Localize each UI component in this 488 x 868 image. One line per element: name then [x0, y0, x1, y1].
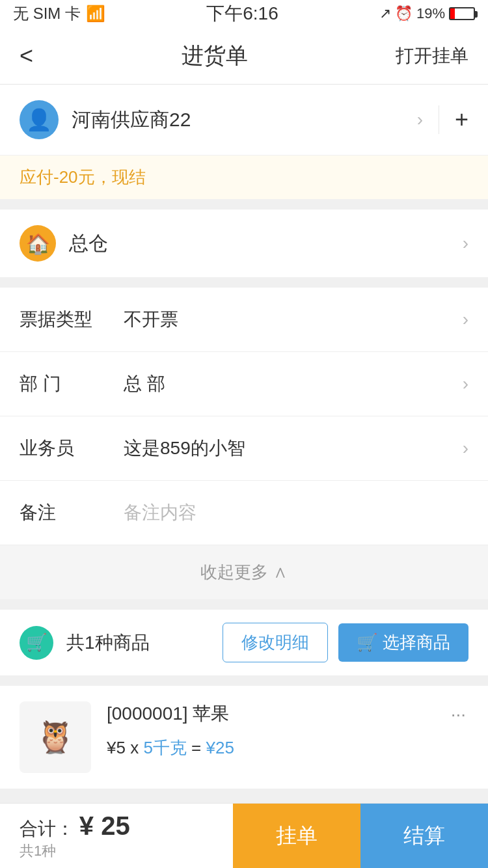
supplier-name: 河南供应商22 [72, 107, 417, 133]
product-header-section: 🛒 共1种商品 修改明细 🛒 选择商品 [0, 610, 488, 675]
collapse-button[interactable]: 收起更多 ∧ [0, 545, 488, 599]
invoice-type-label: 票据类型 [20, 307, 124, 332]
bottom-bar: 合计： ¥ 25 共1种 挂单 结算 [0, 803, 488, 868]
content: 👤 河南供应商22 › + 应付-20元，现结 🏠 总仓 › 票据类型 不开票 … [0, 85, 488, 854]
battery-text: 19% [416, 5, 445, 22]
remark-label: 备注 [20, 500, 124, 525]
warehouse-name: 总仓 [69, 230, 463, 257]
warehouse-icon: 🏠 [26, 232, 50, 255]
invoice-type-value: 不开票 [124, 307, 463, 332]
total-count: 共1种 [20, 841, 213, 861]
select-product-icon: 🛒 [357, 632, 377, 653]
total-row: 合计： ¥ 25 [20, 811, 213, 841]
select-product-button[interactable]: 🛒 选择商品 [338, 623, 468, 662]
hang-button[interactable]: 挂单 [233, 804, 360, 868]
remark-row[interactable]: 备注 备注内容 [0, 481, 488, 545]
product-info: [0000001] 苹果 ¥5 x 5千克 = ¥25 [107, 701, 448, 759]
wifi-icon: 📶 [86, 5, 105, 23]
product-code: [0000001] [107, 703, 188, 724]
salesperson-chevron-icon: › [463, 438, 468, 459]
remark-input[interactable]: 备注内容 [124, 500, 468, 525]
warehouse-row[interactable]: 🏠 总仓 › [0, 210, 488, 277]
warehouse-section: 🏠 总仓 › [0, 210, 488, 277]
warehouse-icon-wrap: 🏠 [20, 225, 56, 262]
status-bar: 无 SIM 卡 📶 下午6:16 ↗ ⏰ 19% [0, 0, 488, 27]
checkout-button[interactable]: 结算 [360, 804, 488, 868]
nav-bar: < 进货单 打开挂单 [0, 27, 488, 85]
product-thumbnail: 🦉 [20, 701, 91, 773]
salesperson-row[interactable]: 业务员 这是859的小智 › [0, 416, 488, 481]
carrier-text: 无 SIM 卡 [13, 3, 81, 24]
product-price: ¥5 x 5千克 = ¥25 [107, 737, 448, 759]
total-amount: ¥ 25 [79, 811, 130, 840]
supplier-row[interactable]: 👤 河南供应商22 › + [0, 85, 488, 156]
product-total: ¥25 [206, 738, 234, 757]
product-count-text: 共1种商品 [66, 631, 223, 655]
supplier-avatar: 👤 [20, 100, 59, 139]
warehouse-chevron-icon: › [463, 233, 468, 254]
location-icon: ↗ [379, 5, 391, 22]
product-header: 🛒 共1种商品 修改明细 🛒 选择商品 [0, 610, 488, 675]
battery-icon [449, 7, 475, 20]
open-hang-button[interactable]: 打开挂单 [396, 44, 468, 68]
invoice-chevron-icon: › [463, 309, 468, 330]
product-logo-icon: 🦉 [36, 719, 75, 755]
invoice-type-row[interactable]: 票据类型 不开票 › [0, 288, 488, 352]
add-supplier-button[interactable]: + [455, 106, 468, 133]
total-section: 合计： ¥ 25 共1种 [0, 804, 233, 868]
product-title: 苹果 [193, 703, 229, 724]
department-value: 总 部 [124, 372, 463, 396]
vertical-divider [439, 105, 439, 134]
product-count-icon: 🛒 [20, 626, 53, 660]
supplier-section: 👤 河南供应商22 › + 应付-20元，现结 [0, 85, 488, 199]
modify-detail-button[interactable]: 修改明细 [223, 623, 328, 662]
alarm-icon: ⏰ [395, 5, 413, 22]
equals-sign: = [191, 738, 206, 757]
status-time: 下午6:16 [206, 1, 278, 26]
page-title: 进货单 [182, 41, 248, 71]
product-name: [0000001] 苹果 [107, 701, 448, 726]
cart-icon: 🛒 [26, 632, 47, 653]
back-button[interactable]: < [20, 42, 33, 70]
product-more-button[interactable]: ··· [448, 701, 468, 727]
total-label: 合计： [20, 819, 74, 839]
quantity: 5千克 [143, 738, 186, 757]
salesperson-value: 这是859的小智 [124, 436, 463, 461]
form-section: 票据类型 不开票 › 部 门 总 部 › 业务员 这是859的小智 › 备注 备… [0, 288, 488, 599]
chevron-right-icon: › [417, 109, 423, 130]
status-right: ↗ ⏰ 19% [379, 5, 475, 22]
product-item: 🦉 [0000001] 苹果 ¥5 x 5千克 = ¥25 ··· [0, 686, 488, 789]
department-label: 部 门 [20, 372, 124, 396]
status-left: 无 SIM 卡 📶 [13, 3, 105, 24]
price-separator: x [130, 738, 143, 757]
department-chevron-icon: › [463, 373, 468, 394]
select-product-label: 选择商品 [383, 631, 450, 654]
notice-banner: 应付-20元，现结 [0, 156, 488, 199]
unit-price: ¥5 [107, 738, 126, 757]
salesperson-label: 业务员 [20, 436, 124, 461]
department-row[interactable]: 部 门 总 部 › [0, 352, 488, 416]
avatar-icon: 👤 [26, 107, 52, 132]
